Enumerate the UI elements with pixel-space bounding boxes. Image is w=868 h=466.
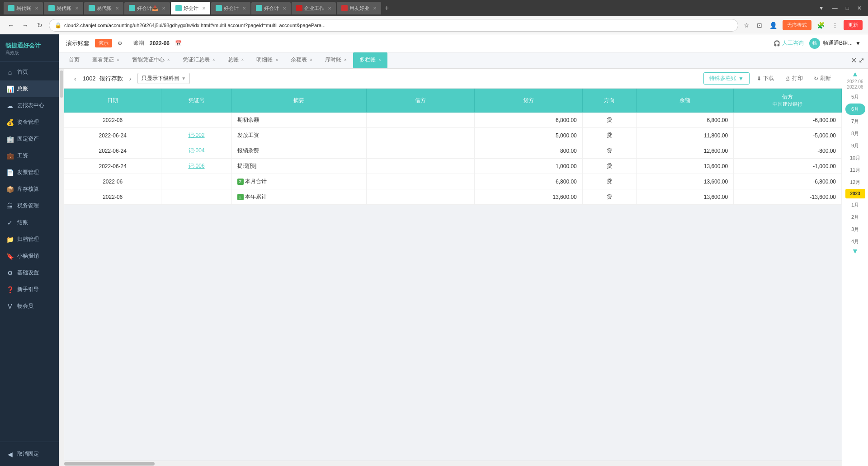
browser-tab-8[interactable]: 企业工作 ✕ <box>292 2 336 14</box>
date-nav-jun-2022[interactable]: 6月 <box>845 104 865 115</box>
tab-close-general-ledger[interactable]: × <box>241 57 244 62</box>
browser-tab-3[interactable]: 易代账 ✕ <box>84 2 123 14</box>
tab-close-chronological[interactable]: × <box>344 57 347 62</box>
left-scrollbar[interactable] <box>59 69 64 466</box>
url-bar[interactable]: 🔒 cloud2.chanjet.com/accounting/uh26t264… <box>49 19 738 32</box>
tab-close-balance-sheet[interactable]: × <box>310 57 312 62</box>
tab-close-smart-voucher[interactable]: × <box>167 57 170 62</box>
browser-tab-1[interactable]: 易代账 ✕ <box>4 2 43 14</box>
sidebar-item-cloud-reports[interactable]: ☁ 云报表中心 <box>0 97 59 114</box>
unpin-button[interactable]: ◀ 取消固定 <box>0 446 59 462</box>
tab-close-5[interactable]: ✕ <box>202 6 206 11</box>
date-nav-aug-2022[interactable]: 8月 <box>845 128 865 139</box>
browser-tab-5[interactable]: 好会计 ✕ <box>171 2 210 14</box>
browser-tab-6[interactable]: 好会计 ✕ <box>211 2 250 14</box>
calendar-icon[interactable]: 📅 <box>175 40 182 47</box>
print-button[interactable]: 🖨 打印 <box>781 72 807 85</box>
refresh-button[interactable]: ↻ 刷新 <box>810 72 835 85</box>
tab-close-detail-ledger[interactable]: × <box>275 57 278 62</box>
tab-close-view-voucher[interactable]: × <box>117 57 119 62</box>
maximize-button[interactable]: □ <box>843 4 852 12</box>
back-button[interactable]: ← <box>5 20 16 31</box>
date-nav-dec-2022[interactable]: 12月 <box>845 177 865 188</box>
sidebar-item-fixed-assets[interactable]: 🏢 固定资产 <box>0 131 59 147</box>
wuhen-button[interactable]: 无痕模式 <box>783 20 811 30</box>
special-multi-col-button[interactable]: 特殊多栏账 ▼ <box>703 72 750 85</box>
new-tab-button[interactable]: + <box>382 4 392 12</box>
bottom-scrollbar[interactable] <box>64 461 842 466</box>
user-profile-icon[interactable]: 👤 <box>768 20 779 31</box>
cell-voucher-3[interactable]: 记-004 <box>161 143 231 159</box>
tab-close-7[interactable]: ✕ <box>283 6 286 11</box>
tab-general-ledger[interactable]: 总账 × <box>222 52 250 68</box>
browser-tab-9[interactable]: 用友好业 ✕ <box>337 2 381 14</box>
sidebar-item-guide[interactable]: ❓ 新手引导 <box>0 281 59 298</box>
tab-close-1[interactable]: ✕ <box>35 6 38 11</box>
date-nav-oct-2022[interactable]: 10月 <box>845 152 865 164</box>
update-button[interactable]: 更新 <box>844 20 863 30</box>
tab-balance-sheet[interactable]: 余额表 × <box>284 52 319 68</box>
sidebar-item-inventory[interactable]: 📦 库存核算 <box>0 181 59 198</box>
sidebar-item-expense[interactable]: 🔖 小畅报销 <box>0 248 59 264</box>
tab-home[interactable]: 首页 <box>62 52 86 68</box>
extensions-icon[interactable]: 🧩 <box>815 20 826 31</box>
user-info[interactable]: 畅 畅通通B组... ▼ <box>809 38 861 49</box>
date-nav-feb-2023[interactable]: 2月 <box>845 212 865 223</box>
tab-close-8[interactable]: ✕ <box>328 6 331 11</box>
tab-dropdown-button[interactable]: ▼ <box>816 4 827 12</box>
tab-chronological[interactable]: 序时账 × <box>319 52 353 68</box>
close-window-button[interactable]: ✕ <box>854 4 864 12</box>
browser-tab-2[interactable]: 易代账 ✕ <box>44 2 83 14</box>
forward-button[interactable]: → <box>20 20 31 31</box>
date-nav-mar-2023[interactable]: 3月 <box>845 224 865 235</box>
sidebar-item-invoice[interactable]: 📄 发票管理 <box>0 164 59 181</box>
tab-voucher-summary[interactable]: 凭证汇总表 × <box>176 52 222 68</box>
sidebar-item-ledger[interactable]: 📊 总账 <box>0 80 59 97</box>
expand-tab-panel-button[interactable]: ⤢ <box>859 56 864 65</box>
filter-dropdown[interactable]: 只显示下级科目 ▼ <box>137 73 190 84</box>
cell-voucher-4[interactable]: 记-006 <box>161 159 231 174</box>
sidebar-item-close-account[interactable]: ✓ 结账 <box>0 214 59 231</box>
browser-tab-4[interactable]: 好会计📥 ✕ <box>124 2 170 14</box>
cell-balance-1: 6,800.00 <box>637 113 734 128</box>
tab-close-6[interactable]: ✕ <box>242 6 246 11</box>
date-nav-jul-2022[interactable]: 7月 <box>845 116 865 127</box>
tab-detail-ledger[interactable]: 明细账 × <box>250 52 284 68</box>
refresh-page-button[interactable]: ↻ <box>34 20 45 31</box>
sidebar-item-funds[interactable]: 💰 资金管理 <box>0 114 59 131</box>
close-tab-panel-button[interactable]: ✕ <box>851 56 857 65</box>
split-screen-icon[interactable]: ⊡ <box>755 20 764 31</box>
tab-close-voucher-summary[interactable]: × <box>212 57 215 62</box>
date-nav-down-arrow[interactable]: ▼ <box>852 248 859 255</box>
cell-voucher-2[interactable]: 记-002 <box>161 128 231 143</box>
download-button[interactable]: ⬇ 下载 <box>753 72 778 85</box>
sidebar-item-member[interactable]: V 畅会员 <box>0 298 59 315</box>
tab-multi-column[interactable]: 多栏账 × <box>353 52 387 68</box>
sidebar-item-tax[interactable]: 🏛 税务管理 <box>0 198 59 214</box>
consult-button[interactable]: 🎧 人工咨询 <box>774 39 804 47</box>
bookmark-star-icon[interactable]: ☆ <box>742 20 751 31</box>
date-nav-jan-2023[interactable]: 1月 <box>845 199 865 211</box>
tab-close-9[interactable]: ✕ <box>373 6 377 11</box>
sidebar-item-payroll[interactable]: 💼 工资 <box>0 147 59 164</box>
sidebar-item-home[interactable]: ⌂ 首页 <box>0 64 59 80</box>
next-account-button[interactable]: › <box>127 74 134 83</box>
date-nav-nov-2022[interactable]: 11月 <box>845 165 865 176</box>
tab-close-4[interactable]: ✕ <box>162 6 165 11</box>
tab-view-voucher[interactable]: 查看凭证 × <box>86 52 126 68</box>
sidebar-item-archive[interactable]: 📁 归档管理 <box>0 231 59 248</box>
tab-close-2[interactable]: ✕ <box>75 6 79 11</box>
date-nav-apr-2023[interactable]: 4月 <box>845 236 865 247</box>
tab-close-3[interactable]: ✕ <box>115 6 119 11</box>
minimize-button[interactable]: — <box>830 4 840 12</box>
date-nav-may-2022[interactable]: 5月 <box>845 91 865 103</box>
sidebar-item-settings[interactable]: ⚙ 基础设置 <box>0 264 59 281</box>
menu-icon[interactable]: ⋮ <box>830 20 840 31</box>
browser-tab-7[interactable]: 好会计 ✕ <box>251 2 291 14</box>
prev-account-button[interactable]: ‹ <box>71 74 79 83</box>
tab-smart-voucher[interactable]: 智能凭证中心 × <box>126 52 176 68</box>
settings-gear-icon[interactable]: ⚙ <box>118 40 123 47</box>
tab-close-multi-column[interactable]: × <box>378 57 381 62</box>
date-nav-up-arrow[interactable]: ▲ <box>852 71 859 78</box>
date-nav-sep-2022[interactable]: 9月 <box>845 140 865 151</box>
